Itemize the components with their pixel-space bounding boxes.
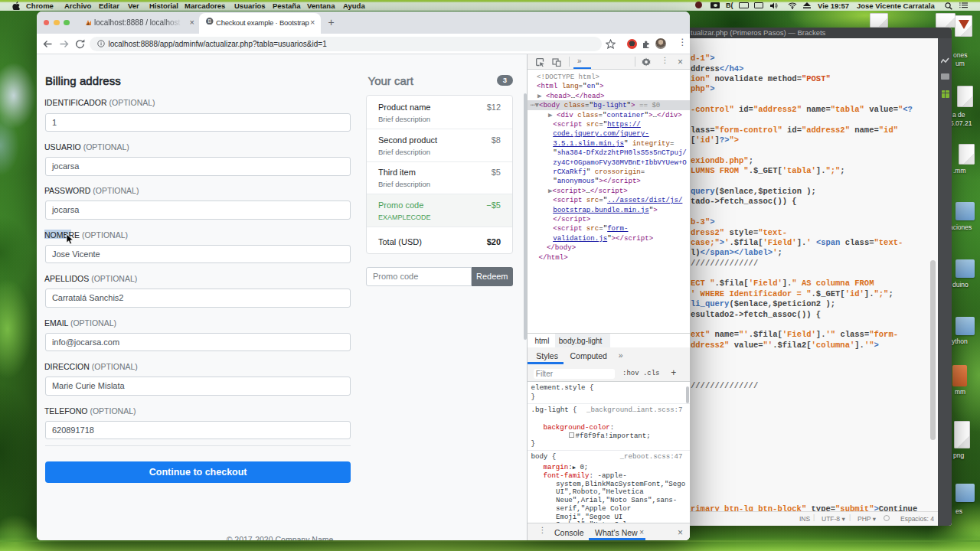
svg-text:B: B	[208, 18, 212, 24]
